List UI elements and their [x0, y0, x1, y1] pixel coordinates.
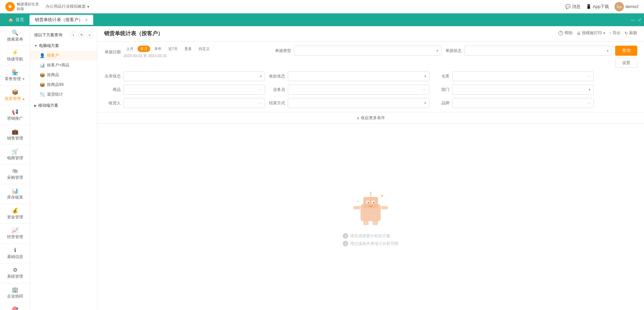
message-btn[interactable]: 💬 消息 — [565, 4, 581, 10]
date-tab-this-month[interactable]: 本月 — [138, 46, 150, 52]
plan-item-by-product-99[interactable]: 📦 按商品99 — [30, 80, 97, 90]
phone-icon: 📱 — [586, 4, 591, 9]
sidebar-item-retail[interactable]: 🏪 零售管理 ▼ — [0, 66, 30, 86]
sidebar-item-enterprise[interactable]: 🏢 企业协同 — [0, 283, 30, 303]
header-left: 畅 畅捷通好生意 标版 办公用品行业模拟账套 ▾ — [5, 2, 89, 11]
receiver-input[interactable]: ··· — [123, 98, 265, 108]
product-input[interactable]: ··· — [123, 85, 265, 95]
sidebar-item-finance[interactable]: 💰 资金管理 — [0, 204, 30, 224]
plan-item-by-customer[interactable]: 👤 按客户 — [30, 51, 97, 60]
app-download-btn[interactable]: 📱 App下载 — [586, 4, 609, 10]
stock-status-input[interactable]: ▾ — [123, 71, 265, 81]
sidebar-item-wholesale[interactable]: 📦 批发管理 ▲ — [0, 86, 30, 105]
sidebar-item-system[interactable]: ⚙ 系统管理 — [0, 263, 30, 283]
ecommerce-icon: 🛒 — [1, 148, 29, 155]
export-icon: ↑ — [609, 31, 611, 36]
receiver-label: 收货人 — [104, 100, 121, 106]
export-btn[interactable]: ↑ 导出 — [609, 30, 621, 36]
collapse-bar: ∧ 收起更多条件 — [97, 112, 644, 124]
basic-icon: ℹ — [1, 247, 29, 253]
plan-group-mobile-title[interactable]: ▶ 移动端方案 — [30, 101, 97, 110]
logo-icon: 畅 — [5, 2, 15, 11]
sidebar-item-operation[interactable]: 📈 经营管理 — [0, 224, 30, 244]
sidebar-item-search[interactable]: 🔍 搜索菜单 — [0, 26, 30, 46]
settlement-label: 结算方式 — [268, 100, 285, 106]
avatar: Ea — [614, 2, 624, 11]
sales-icon: 💼 — [1, 128, 29, 135]
purchase-icon: 🛍 — [1, 168, 29, 174]
payment-status-input[interactable]: ▾ — [288, 71, 429, 81]
sidebar-item-basic[interactable]: ℹ 基础信息 — [0, 244, 30, 263]
quick-nav-icon: ⚡ — [1, 49, 29, 56]
left-panel-header: 按以下方案查询 + ✎ « — [30, 29, 97, 41]
settlement-arrow-icon: ▾ — [424, 101, 426, 105]
action-buttons: 查询 设置 — [615, 46, 637, 68]
date-tab-this-year[interactable]: 本年 — [152, 46, 164, 52]
date-tab-custom[interactable]: 自定义 — [196, 46, 212, 52]
sidebar-item-ecommerce[interactable]: 🛒 电商管理 — [0, 145, 30, 165]
left-panel-actions: + ✎ « — [70, 32, 93, 38]
add-plan-btn[interactable]: + — [70, 32, 77, 38]
date-tab-last-month[interactable]: 上月 — [123, 46, 136, 52]
tab-close-icon[interactable]: ✕ — [85, 18, 88, 22]
message-icon: 💬 — [565, 4, 571, 9]
left-panel: 按以下方案查询 + ✎ « ▼ 电脑端方案 👤 按客户 📊 按客户+商品 📦 — [30, 26, 97, 310]
bill-status-arrow-icon: ▾ — [607, 49, 609, 53]
minimize-icon[interactable]: — — [631, 17, 635, 22]
product-label: 商品 — [104, 87, 121, 93]
brand-dots-icon: ··· — [587, 101, 591, 105]
sidebar-item-quick-nav[interactable]: ⚡ 快捷导航 — [0, 46, 30, 66]
payment-status-arrow-icon: ▾ — [424, 74, 426, 79]
tab-home[interactable]: 🏠 首页 — [3, 15, 30, 25]
warehouse-input[interactable]: ··· — [452, 71, 594, 81]
print-arrow-icon: ▾ — [603, 31, 605, 35]
sidebar-item-purchase[interactable]: 🛍 采购管理 — [0, 165, 30, 184]
product-dots-icon: ··· — [259, 87, 262, 92]
sidebar-item-inventory[interactable]: 📊 库存核算 — [0, 184, 30, 204]
enterprise-icon: 🏢 — [1, 287, 29, 293]
edit-plan-btn[interactable]: ✎ — [78, 32, 85, 38]
bill-status-input[interactable]: ▾ — [464, 46, 612, 56]
system-icon: ⚙ — [1, 267, 29, 273]
brand-input[interactable]: ··· — [452, 98, 594, 108]
department-arrow-icon: ▾ — [589, 88, 591, 92]
bill-type-input[interactable]: ▾ — [294, 46, 441, 56]
user-area[interactable]: Ea demo2 — [614, 2, 639, 11]
date-tab-last-7[interactable]: 近7天 — [166, 46, 180, 52]
breadcrumb[interactable]: 办公用品行业模拟账套 ▾ — [46, 4, 89, 9]
settlement-input[interactable]: ▾ — [288, 98, 429, 108]
stock-status-arrow-icon: ▾ — [260, 74, 262, 79]
collapse-more-btn[interactable]: ∧ 收起更多条件 — [357, 115, 385, 121]
plan-item-by-product[interactable]: 📦 按商品 — [30, 70, 97, 80]
plan-item-return-stats[interactable]: 📉 退货统计 — [30, 90, 97, 99]
collapse-panel-btn[interactable]: « — [86, 32, 93, 38]
sidebar-item-marketing[interactable]: 📢 营销推广 — [0, 105, 30, 125]
sidebar-item-newbie[interactable]: 🎯 新手引导 — [0, 303, 30, 310]
empty-svg: ✦ ✦ — [351, 188, 391, 228]
empty-state: ✦ ✦ ① 请先选择要分析的方案 ② 用过滤条件来缩小分析范围 — [97, 124, 644, 310]
help-btn[interactable]: ? 帮助 — [558, 30, 573, 36]
plan-group-desktop-title[interactable]: ▼ 电脑端方案 — [30, 41, 97, 51]
main-layout: 🔍 搜索菜单 ⚡ 快捷导航 🏪 零售管理 ▼ 📦 批发管理 ▲ 📢 营销推广 💼… — [0, 26, 644, 310]
maximize-icon[interactable]: ⤢ — [638, 17, 641, 22]
product-icon: 📦 — [40, 72, 45, 78]
settings-btn[interactable]: 设置 — [615, 58, 637, 68]
refresh-btn[interactable]: ↻ 刷新 — [625, 30, 637, 36]
inventory-icon: 📊 — [1, 188, 29, 194]
salesperson-input[interactable]: ··· — [288, 85, 429, 95]
print-btn[interactable]: 🖨 按模板打印 ▾ — [577, 30, 605, 36]
plan-item-by-customer-product[interactable]: 📊 按客户+商品 — [30, 60, 97, 70]
bill-status-label: 单据状态 — [445, 48, 462, 54]
query-btn[interactable]: 查询 — [615, 46, 637, 56]
sidebar-item-sales[interactable]: 💼 销售管理 — [0, 125, 30, 145]
retail-icon: 🏪 — [1, 69, 29, 75]
department-input[interactable]: ▾ — [452, 85, 594, 95]
plan-group-desktop: ▼ 电脑端方案 👤 按客户 📊 按客户+商品 📦 按商品 📦 按商品99 📉 — [30, 41, 97, 99]
salesperson-dots-icon: ··· — [423, 87, 426, 92]
tab-sales-stat[interactable]: 销货单统计表（按客户） ✕ — [30, 15, 93, 25]
tab-bar-right: — ⤢ — [631, 17, 641, 22]
date-tab-more[interactable]: 更多 — [182, 46, 195, 52]
operation-icon: 📈 — [1, 227, 29, 234]
wholesale-icon: 📦 — [1, 89, 29, 95]
logo-area: 畅 畅捷通好生意 标版 — [5, 2, 39, 11]
